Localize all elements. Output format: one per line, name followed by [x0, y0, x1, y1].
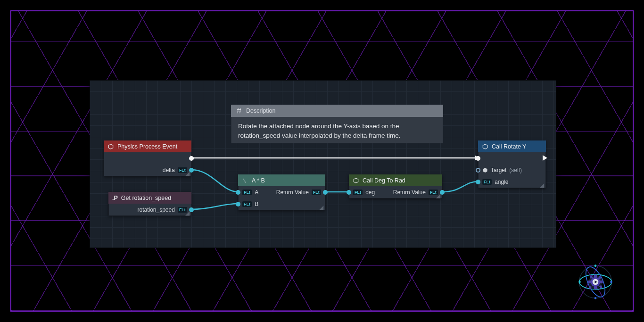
- port-exec-row[interactable]: [479, 152, 545, 164]
- port-label: angle: [495, 179, 508, 185]
- port-row-deg[interactable]: FLt deg Return Value FLt: [349, 186, 442, 198]
- port-angle[interactable]: FLt angle: [479, 176, 545, 188]
- resize-handle-icon[interactable]: ◢: [436, 193, 441, 198]
- app-logo: [577, 264, 614, 300]
- description-title: Description: [246, 107, 276, 114]
- node-header[interactable]: Call Deg To Rad: [349, 174, 442, 186]
- type-badge-flt: FLt: [242, 190, 252, 195]
- graph-canvas[interactable]: Description Rotate the attached node aro…: [90, 80, 556, 248]
- data-pin[interactable]: [476, 168, 480, 173]
- port-label: deg: [365, 189, 375, 196]
- port-value: (self): [509, 167, 522, 173]
- port-label: B: [255, 201, 258, 207]
- port-rotation-speed-out[interactable]: rotation_speed FLt: [109, 204, 191, 215]
- node-call-rotate-y[interactable]: Call Rotate Y Target (self): [478, 140, 546, 188]
- type-badge-flt: FLt: [242, 201, 252, 207]
- node-title: Get rotation_speed: [121, 195, 171, 201]
- port-label: rotation_speed: [137, 206, 174, 213]
- port-label: Return Value: [276, 189, 309, 196]
- node-header[interactable]: Call Rotate Y: [478, 140, 546, 152]
- resize-handle-icon[interactable]: ◢: [319, 205, 324, 210]
- node-deg-to-rad[interactable]: Call Deg To Rad FLt deg Return Value FLt: [349, 174, 442, 198]
- port-label: delta: [163, 167, 175, 173]
- data-pin[interactable]: [347, 190, 351, 195]
- svg-point-6: [594, 264, 597, 267]
- exec-pin-in[interactable]: [476, 156, 480, 161]
- resize-handle-icon[interactable]: ◢: [185, 171, 190, 176]
- exec-pin-out[interactable]: [543, 155, 547, 161]
- data-pin[interactable]: [476, 180, 480, 184]
- svg-point-7: [578, 281, 581, 283]
- data-pin[interactable]: [236, 202, 240, 206]
- type-badge-flt: FLt: [353, 190, 363, 195]
- port-label: Target: [491, 167, 506, 173]
- resize-handle-icon[interactable]: ◢: [540, 183, 545, 188]
- data-pin[interactable]: [236, 190, 240, 195]
- port-row-b[interactable]: FLt B: [239, 198, 325, 210]
- property-prefix: .P: [112, 195, 118, 201]
- node-multiply[interactable]: A * B FLt A Return Value FLt: [238, 174, 325, 210]
- description-text: Rotate the attached node around the Y-ax…: [238, 123, 400, 139]
- port-label: A: [255, 189, 258, 196]
- node-title: A * B: [252, 177, 265, 184]
- description-body: Rotate the attached node around the Y-ax…: [231, 117, 443, 143]
- node-header[interactable]: A * B: [238, 174, 325, 186]
- description-header[interactable]: Description: [231, 105, 443, 117]
- cube-icon: [353, 177, 359, 184]
- type-badge-flt: FLt: [482, 179, 492, 185]
- cube-icon: [107, 143, 114, 150]
- port-target[interactable]: Target (self): [479, 164, 545, 176]
- svg-point-8: [610, 281, 612, 283]
- node-title: Call Rotate Y: [492, 143, 526, 150]
- data-pin[interactable]: [323, 190, 328, 195]
- port-label: Return Value: [393, 189, 426, 196]
- function-icon: [242, 177, 248, 184]
- cube-icon: [482, 167, 488, 173]
- hash-icon: [236, 107, 242, 114]
- node-header[interactable]: Physics Process Event: [104, 140, 191, 152]
- exec-pin[interactable]: [189, 156, 194, 161]
- node-title: Physics Process Event: [117, 143, 177, 150]
- port-delta-out[interactable]: delta FLt: [104, 164, 191, 176]
- type-badge-flt: FLt: [312, 190, 321, 195]
- node-title: Call Deg To Rad: [363, 177, 405, 184]
- node-get-rotation-speed[interactable]: .P Get rotation_speed rotation_speed FLt…: [108, 192, 191, 216]
- node-header[interactable]: .P Get rotation_speed: [108, 192, 191, 204]
- node-physics-process-event[interactable]: Physics Process Event delta FLt ◢: [104, 140, 191, 176]
- cube-icon: [482, 143, 488, 150]
- port-row-a[interactable]: FLt A Return Value FLt: [239, 186, 325, 198]
- svg-point-9: [594, 297, 597, 299]
- resize-handle-icon[interactable]: ◢: [185, 211, 190, 215]
- port-exec-out[interactable]: [104, 152, 191, 164]
